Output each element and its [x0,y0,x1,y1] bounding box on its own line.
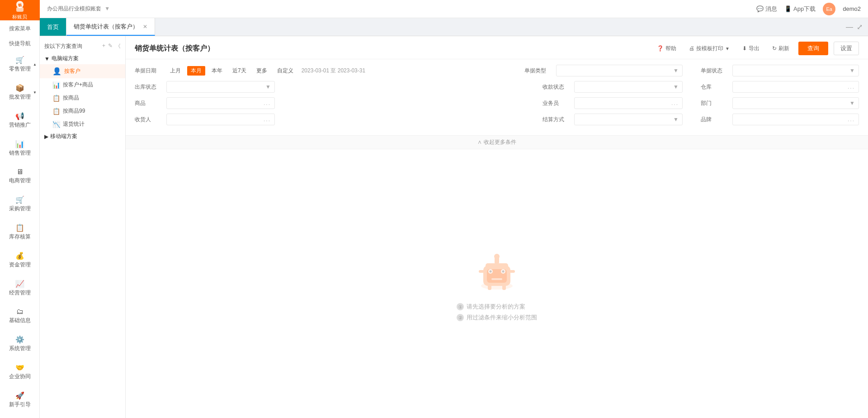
header-actions: 💬 消息 📱 App下载 Ea demo2 [756,3,861,15]
sales-icon: 📊 [15,140,24,148]
help-btn[interactable]: ❓ 帮助 [653,43,680,54]
sidebar: 畅 标账贝 搜索菜单 快捷导航 🛒 零售管理 📦 批发管理 📢 营销推广 📊 销… [0,0,40,418]
finance-icon: 💰 [15,252,24,260]
empty-tip-1: ① 请先选择要分析的方案 [457,303,537,311]
sidebar-item-retail[interactable]: 🛒 零售管理 [0,50,39,78]
tab-close-btn[interactable]: ✕ [143,24,147,30]
sidebar-item-ecommerce[interactable]: 🖥 电商管理 [0,162,39,190]
goods-select[interactable]: ... [166,97,275,109]
template-print-btn[interactable]: 🖨 按模板打印 ▼ [685,43,733,54]
date-tab-this-month[interactable]: 本月 [187,66,205,76]
minimize-icon[interactable]: — [846,23,853,31]
sidebar-item-system[interactable]: ⚙️ 系统管理 [0,330,39,358]
sidebar-item-appstore[interactable]: 📱 应用中心 [0,414,39,418]
brand-select[interactable]: ... [732,114,859,125]
scheme-panel-title: 按以下方案查询 [44,43,82,50]
department-label: 部门 [701,100,732,107]
scheme-item-by-goods[interactable]: 📋 按商品 [40,91,125,104]
date-tabs: 上月 本月 本年 近7天 更多 自定义 2023-03-01 至 2023-03… [166,66,365,76]
top-header: 办公用品行业模拟账套 ▼ 💬 消息 📱 App下载 Ea demo2 [40,0,868,18]
scheme-item-return-stats[interactable]: 📉 退货统计 [40,118,125,131]
sidebar-item-inventory[interactable]: 📋 库存核算 [0,218,39,246]
main-area: 办公用品行业模拟账套 ▼ 💬 消息 📱 App下载 Ea demo2 首页 销货… [40,0,868,418]
salesperson-select[interactable]: ... [574,97,683,109]
doc-type-select[interactable]: ▼ [556,65,683,76]
sidebar-item-basic[interactable]: 🗂 基础信息 [0,302,39,330]
consignee-dots: ... [264,116,271,123]
tab-home[interactable]: 首页 [40,18,66,36]
date-tab-last-month[interactable]: 上月 [166,66,184,76]
operations-icon: 📈 [15,280,24,288]
scheme-item-goods99[interactable]: 📋 按商品99 [40,104,125,118]
inventory-icon: 📋 [15,223,24,232]
sidebar-item-collab[interactable]: 🤝 企业协同 [0,358,39,386]
filter-row-2: 出库状态 ▼ 收款状态 ▼ 仓库 ... [135,81,859,93]
sidebar-item-wholesale[interactable]: 📦 批发管理 [0,78,39,106]
scheme-item-customer-goods[interactable]: 📊 按客户+商品 [40,78,125,91]
sidebar-item-guide[interactable]: 🚀 新手引导 [0,386,39,414]
collapse-scheme-btn[interactable]: 《 [115,43,121,50]
sidebar-item-marketing[interactable]: 📢 营销推广 [0,106,39,134]
svg-point-9 [502,271,505,273]
sidebar-item-purchase[interactable]: 🛒 采购管理 [0,190,39,218]
sidebar-item-operations[interactable]: 📈 经营管理 [0,274,39,302]
print-arrow: ▼ [725,46,730,51]
date-tab-7days[interactable]: 近7天 [229,66,250,76]
user-avatar[interactable]: Ea [823,3,835,15]
settings-button[interactable]: 设置 [834,42,859,55]
svg-rect-17 [502,284,506,290]
collapse-bar[interactable]: ∧ 收起更多条件 [126,136,868,149]
doc-status-select[interactable]: ▼ [732,65,859,76]
guide-icon: 🚀 [15,391,24,400]
scheme-category-pc[interactable]: ▼ 电脑端方案 [40,53,125,64]
warehouse-dots: ... [848,84,855,90]
tab-sales-stats[interactable]: 销货单统计表（按客户） ✕ [66,18,155,36]
window-buttons: — ⤢ [840,18,868,36]
consignee-select[interactable]: ... [166,114,275,125]
payment-status-select[interactable]: ▼ [574,81,683,93]
breadcrumb: 办公用品行业模拟账套 ▼ [47,5,747,13]
empty-tip-2: ② 用过滤条件来缩小分析范围 [457,314,537,322]
category-arrow: ▼ [44,56,50,62]
quick-nav[interactable]: 快捷导航 [0,37,39,50]
purchase-icon: 🛒 [15,195,24,204]
scheme-panel-header: 按以下方案查询 + ✎ 《 [40,40,125,53]
title-actions: ❓ 帮助 🖨 按模板打印 ▼ ⬇ 导出 ↻ 刷新 [653,42,859,55]
date-tab-more[interactable]: 更多 [253,66,271,76]
message-icon: 💬 [756,5,764,12]
svg-point-8 [490,271,492,273]
scheme-category-mobile[interactable]: ▶ 移动端方案 [40,131,125,142]
empty-illustration [470,243,524,297]
add-scheme-btn[interactable]: + [102,43,105,50]
department-select[interactable]: ▼ [732,97,859,109]
collab-icon: 🤝 [15,363,24,372]
sidebar-item-finance[interactable]: 💰 资金管理 [0,246,39,274]
warehouse-select[interactable]: ... [732,81,859,93]
ecommerce-icon: 🖥 [16,168,24,176]
date-tab-this-year[interactable]: 本年 [208,66,226,76]
query-button[interactable]: 查询 [798,42,828,55]
wholesale-icon: 📦 [15,84,24,92]
customer-goods-icon: 📊 [52,81,60,89]
message-btn[interactable]: 💬 消息 [756,5,777,13]
goods-dots: ... [264,100,271,106]
out-status-select[interactable]: ▼ [166,81,275,93]
date-tab-custom[interactable]: 自定义 [274,66,297,76]
payment-status-label: 收款状态 [542,83,574,91]
doc-type-label: 单据类型 [524,67,556,75]
settlement-select[interactable]: ▼ [574,114,683,125]
sidebar-item-sales[interactable]: 📊 销售管理 [0,134,39,162]
refresh-btn[interactable]: ↻ 刷新 [769,43,793,54]
app-logo: 畅 标账贝 [0,0,40,20]
edit-scheme-btn[interactable]: ✎ [108,43,113,50]
right-panel: 销货单统计表（按客户） ❓ 帮助 🖨 按模板打印 ▼ ⬇ 导出 [126,36,868,418]
date-range: 2023-03-01 至 2023-03-31 [302,67,365,75]
svg-rect-10 [491,278,502,280]
maximize-icon[interactable]: ⤢ [857,23,863,31]
export-btn[interactable]: ⬇ 导出 [739,43,763,54]
empty-tips: ① 请先选择要分析的方案 ② 用过滤条件来缩小分析范围 [457,303,537,324]
logo-icon: 畅 [13,0,27,13]
search-menu[interactable]: 搜索菜单 [0,20,39,37]
scheme-item-by-customer[interactable]: 👤 按客户 [40,64,125,78]
app-download-btn[interactable]: 📱 App下载 [784,5,816,13]
